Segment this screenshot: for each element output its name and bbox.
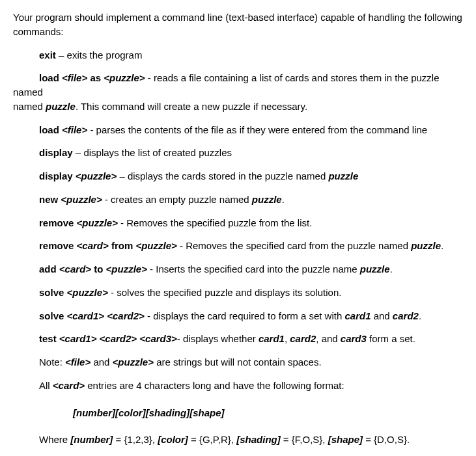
cmd-desc: . [441, 240, 443, 251]
cmd-keyword: new [39, 194, 61, 205]
cmd-arg: <card1> [59, 333, 97, 344]
cmd-keyword: solve [39, 310, 67, 321]
cmd-desc: displays the cards stored in the puzzle … [128, 170, 329, 181]
cmd-keyword: solve [39, 287, 67, 298]
note-text: and [91, 356, 112, 368]
where-field: [shading] [236, 434, 281, 445]
cmd-desc: displays the card required to form a set… [153, 310, 344, 321]
cmd-sep: - [102, 194, 111, 205]
cmd-keyword: as [87, 72, 104, 83]
where-text: = {F,O,S}, [281, 434, 328, 445]
note-text: Note: [39, 356, 65, 368]
format-literal: [number][color][shading][shape] [73, 407, 225, 418]
where-text: = {1,2,3}, [113, 434, 158, 445]
cmd-desc: form a set. [367, 333, 415, 344]
cmd-desc: Removes the specified puzzle from the li… [126, 217, 312, 228]
command-item: exit – exits the program [39, 48, 463, 62]
cmd-desc: creates an empty puzzle named [111, 194, 252, 205]
cmd-desc: Inserts the specified card into the puzz… [156, 263, 360, 275]
cmd-sep: - [108, 287, 117, 298]
cmd-keyword: display [39, 170, 76, 181]
note-arg: <puzzle> [113, 356, 154, 368]
where-text: = {D,O,S}. [363, 434, 410, 445]
cmd-arg: <puzzle> [135, 240, 176, 251]
note-text: entries are 4 characters long and have t… [85, 380, 344, 391]
note-arg: <file> [65, 356, 91, 368]
cmd-arg: <puzzle> [67, 287, 108, 298]
cmd-keyword: load [39, 72, 62, 83]
cmd-sep: - [118, 217, 126, 228]
cmd-desc-cont: named puzzle. This command will create a… [13, 101, 307, 112]
command-item: display – displays the list of created p… [39, 146, 463, 160]
cmd-arg: <file> [62, 124, 87, 135]
cmd-arg-ref: card2 [290, 333, 316, 344]
cmd-keyword: to [91, 263, 106, 275]
cmd-arg-ref: card1 [259, 333, 285, 344]
cmd-keyword: test [39, 333, 59, 344]
cmd-keyword: exit [39, 49, 56, 60]
cmd-sep: - [87, 124, 96, 135]
command-item: display <puzzle> – displays the cards st… [39, 169, 463, 183]
cmd-sep: - [177, 240, 186, 251]
cmd-arg: <puzzle> [104, 72, 145, 83]
cmd-arg: <card3> [139, 333, 177, 344]
cmd-arg: <puzzle> [77, 217, 118, 228]
cmd-desc: and [371, 310, 392, 321]
cmd-sep: – [73, 147, 84, 158]
command-item: remove <puzzle> - Removes the specified … [39, 216, 463, 230]
cmd-keyword: load [39, 124, 62, 135]
cmd-arg: <card1> [67, 310, 105, 321]
cmd-arg-ref: card3 [341, 333, 367, 344]
where-field: [color] [158, 434, 188, 445]
note-text: are strings but will not contain spaces. [154, 356, 322, 368]
cmd-desc: , and [316, 333, 341, 344]
cmd-arg-ref: card1 [344, 310, 371, 321]
cmd-keyword: display [39, 147, 73, 158]
command-item: load <file> - parses the contents of the… [39, 123, 463, 137]
cmd-keyword: remove [39, 217, 77, 228]
note-arg: <card> [53, 380, 85, 391]
cmd-arg: <card> [59, 263, 91, 275]
cmd-desc: . [282, 194, 285, 205]
where-field: [number] [70, 434, 113, 445]
cmd-desc: Removes the specified card from the puzz… [186, 240, 411, 251]
intro-paragraph: Your program should implement a command … [13, 10, 463, 39]
cmd-sep: - [177, 333, 183, 344]
cmd-sep: – [117, 170, 128, 181]
cmd-sep: - [145, 72, 154, 83]
where-text: Where [39, 434, 70, 445]
cmd-desc: displays the list of created puzzles [83, 147, 232, 158]
cmd-arg: <card2> [100, 333, 137, 344]
note-line: Note: <file> and <puzzle> are strings bu… [39, 355, 463, 369]
cmd-arg-ref: card2 [393, 310, 419, 321]
cmd-arg: <file> [62, 72, 87, 83]
cmd-sep: - [147, 263, 156, 275]
note-text: All [39, 380, 53, 391]
command-item: test <card1> <card2> <card3>- displays w… [39, 332, 463, 346]
cmd-arg-ref: puzzle [411, 240, 441, 251]
card-format: [number][color][shading][shape] [73, 406, 463, 420]
cmd-arg: <puzzle> [106, 263, 147, 275]
where-field: [shape] [328, 434, 363, 445]
cmd-sep: – [56, 49, 67, 60]
cmd-keyword: add [39, 263, 59, 275]
cmd-desc: parses the contents of the file as if th… [96, 124, 428, 135]
command-item: remove <card> from <puzzle> - Removes th… [39, 239, 463, 253]
cmd-desc: . [390, 263, 393, 275]
command-item: solve <card1> <card2> - displays the car… [39, 309, 463, 323]
format-where: Where [number] = {1,2,3}, [color] = {G,P… [39, 433, 463, 447]
cmd-arg: <puzzle> [76, 170, 117, 181]
where-text: = {G,P,R}, [188, 434, 236, 445]
note-line: All <card> entries are 4 characters long… [39, 379, 463, 393]
command-item: add <card> to <puzzle> - Inserts the spe… [39, 262, 463, 276]
cmd-arg: <card2> [107, 310, 145, 321]
command-item: load <file> as <puzzle> - reads a file c… [13, 71, 463, 113]
cmd-desc: displays whether [183, 333, 259, 344]
cmd-arg: <puzzle> [61, 194, 102, 205]
cmd-keyword: from [109, 240, 136, 251]
cmd-desc: . [419, 310, 421, 321]
cmd-sep: - [145, 310, 153, 321]
cmd-desc: exits the program [67, 49, 143, 60]
cmd-arg-ref: puzzle [252, 194, 282, 205]
cmd-keyword: remove [39, 240, 77, 251]
